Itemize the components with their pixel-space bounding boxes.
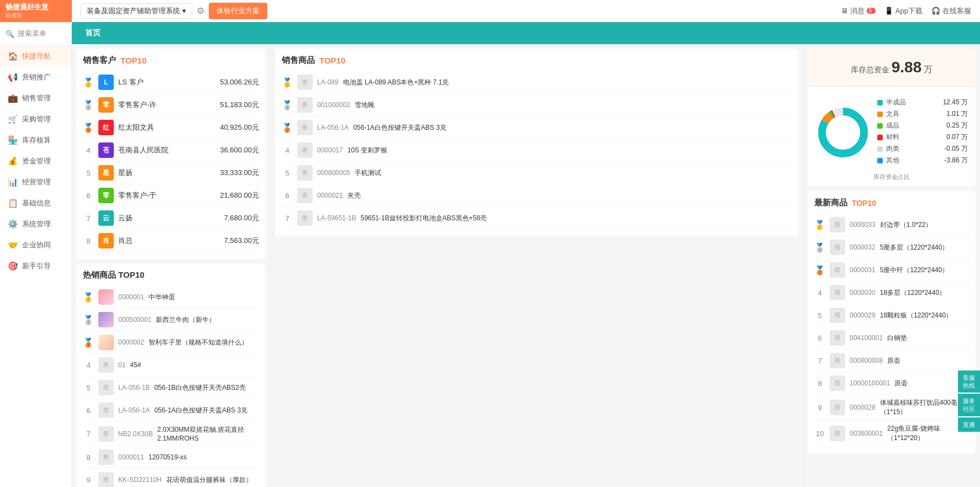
sidebar-label-system: 系统管理 xyxy=(22,219,51,229)
brand-logo: 畅捷通好生意 标准版 xyxy=(0,0,72,22)
new-product-item: 4 图 0000030 18多层（1220*2440） xyxy=(814,282,969,304)
mid-product-item: 🥇 图 LA-089 电池盖 LA-089 ABS本色+黑种 7.1克 xyxy=(282,71,792,94)
float-btn-community[interactable]: 服务 社区 xyxy=(958,394,980,416)
sidebar-item-quick-nav[interactable]: 🏠 快捷导航 xyxy=(0,46,71,67)
content-body: 销售客户TOP10 🥇 L LS 客户 53,006.26元 🥈 零 零售客户-… xyxy=(72,44,980,487)
product-code: 0000001 xyxy=(118,293,144,301)
legend-name: 半成品 xyxy=(886,98,940,107)
new-product-item: 7 图 000800008 原壶 xyxy=(814,350,969,372)
product-name: 新西兰牛肉（新牛） xyxy=(156,315,259,325)
sidebar-label-operation: 经营管理 xyxy=(22,177,51,187)
customer-name: 肖总 xyxy=(118,236,219,246)
product-name: 59651-1B旋转投影灯电池盒ABS黑色+58壳 xyxy=(361,214,792,223)
customer-amount: 51,183.00元 xyxy=(220,100,259,110)
sidebar-label-guide: 新手引导 xyxy=(22,261,51,271)
product-code: LA-59651-1B xyxy=(317,214,356,222)
product-code: 0000021 xyxy=(317,192,343,199)
message-btn[interactable]: 🖥 消息 6 xyxy=(841,6,876,16)
message-badge: 6 xyxy=(867,8,876,14)
product-code: 0000029 xyxy=(850,311,876,319)
customer-rank-item: 8 肖 肖总 7,563.00元 xyxy=(83,230,259,252)
legend-item: 肉类 -0.05 万 xyxy=(877,144,968,153)
sidebar-item-system[interactable]: ⚙️ 系统管理 xyxy=(0,214,71,235)
customer-amount: 53,006.26元 xyxy=(220,77,259,87)
search-icon: 🔍 xyxy=(6,30,14,38)
inventory-chart-label: 库存资金占比 xyxy=(815,173,968,181)
customer-name: 云扬 xyxy=(118,213,219,223)
product-img-placeholder: 图 xyxy=(297,97,313,113)
sidebar-item-enterprise[interactable]: 🤝 企业协同 xyxy=(0,235,71,256)
customer-rank-item: 🥇 L LS 客户 53,006.26元 xyxy=(83,71,259,94)
product-name: 智利车子里（规格不知道填什么） xyxy=(149,338,259,347)
float-btn-live[interactable]: 直播 xyxy=(958,417,980,432)
product-name: 056-1A白色按键开关盖ABS 3克 xyxy=(154,406,259,415)
sidebar-label-purchase: 采购管理 xyxy=(22,114,51,124)
legend-item: 半成品 12.45 万 xyxy=(877,98,968,107)
product-img-placeholder: 图 xyxy=(830,330,845,346)
sidebar-item-sales[interactable]: 💼 销售管理 xyxy=(0,88,71,109)
product-name: 封边带（1.0*22） xyxy=(880,220,969,230)
message-label: 消息 xyxy=(850,6,865,16)
legend-name: 其他 xyxy=(886,156,941,165)
legend-name: 材料 xyxy=(886,133,943,142)
sidebar-item-basic[interactable]: 📋 基础信息 xyxy=(0,193,71,214)
sidebar-item-guide[interactable]: 🎯 新手引导 xyxy=(0,256,71,277)
customer-rank-item: 5 星 星扬 33,333.00元 xyxy=(83,162,259,184)
legend-item: 其他 -3.86 万 xyxy=(877,156,968,165)
sidebar-label-basic: 基础信息 xyxy=(22,198,51,208)
product-code: 0000011 xyxy=(118,453,144,461)
gear-button[interactable]: ⚙ xyxy=(197,6,204,16)
inventory-legend: 半成品 12.45 万 文具 1.01 万 成品 0.25 万 材料 0.07 … xyxy=(877,98,968,167)
customer-rank-item: 4 苍 苍南县人民医院 36,600.00元 xyxy=(83,139,259,162)
system-selector[interactable]: 装备及固定资产辅助管理系统 ▾ xyxy=(81,3,192,19)
product-code: LA-056-1A xyxy=(118,406,150,414)
search-menu-button[interactable]: 🔍 搜索菜单 xyxy=(6,27,66,41)
inventory-header: 库存总资金 9.88 万 xyxy=(808,49,976,87)
tab-home[interactable]: 首页 xyxy=(81,28,105,38)
online-service-btn[interactable]: 🎧 在线客服 xyxy=(931,6,971,16)
legend-dot xyxy=(877,123,883,129)
product-img-placeholder: 图 xyxy=(98,426,114,442)
product-img-placeholder: 图 xyxy=(98,472,114,487)
sidebar-item-marketing[interactable]: 📢 营销推广 xyxy=(0,67,71,88)
hot-product-item: 6 图 LA-056-1A 056-1A白色按键开关盖ABS 3克 xyxy=(83,399,259,422)
sidebar-item-purchase[interactable]: 🛒 采购管理 xyxy=(0,109,71,130)
product-img-placeholder: 图 xyxy=(830,353,845,368)
hot-products-title: 热销商品 TOP10 xyxy=(83,270,259,280)
customer-amount: 21,680.00元 xyxy=(220,190,259,200)
product-code: 0000031 xyxy=(850,266,876,274)
product-img-placeholder: 图 xyxy=(830,240,845,255)
new-products-section: 最新商品 TOP10 🥇 图 0000033 封边带（1.0*22） 🥈 图 0… xyxy=(808,191,976,453)
product-name: 体城嘉枝味苏打饮品400毫升（1*15） xyxy=(880,398,969,417)
sidebar-item-finance[interactable]: 💰 资金管理 xyxy=(0,151,71,172)
product-name: 12070519-xs xyxy=(149,453,259,461)
hot-products-list: 🥇 0000001 中华神蛋 🥈 000500001 新西兰牛肉（新牛） 🥉 0… xyxy=(83,286,259,487)
new-product-item: 🥉 图 0000031 5厘中纤（1220*2440） xyxy=(814,259,969,282)
new-product-item: 6 图 004100001 白钢垫 xyxy=(814,327,969,350)
new-products-title: 最新商品 TOP10 xyxy=(814,198,969,208)
product-code: 000800008 xyxy=(850,357,883,364)
product-name: 22g鱼豆腐-烧烤味（1*12*20） xyxy=(887,424,969,443)
product-name: 花语萌值温分腿裤袜（厚款） xyxy=(166,475,259,485)
customer-name: 星扬 xyxy=(118,168,215,178)
content-nav: 首页 xyxy=(72,22,980,44)
sidebar-item-inventory[interactable]: 🏪 库存核算 xyxy=(0,130,71,151)
sidebar-item-operation[interactable]: 📊 经营管理 xyxy=(0,172,71,193)
mid-product-item: 7 图 LA-59651-1B 59651-1B旋转投影灯电池盒ABS黑色+58… xyxy=(282,207,792,230)
trial-button[interactable]: 体验行业方案 xyxy=(209,3,267,19)
float-btn-service[interactable]: 客服 热线 xyxy=(958,370,980,393)
briefcase-icon: 💼 xyxy=(8,93,18,103)
sidebar-label-marketing: 营销推广 xyxy=(22,72,51,82)
customer-name: 红太阳文具 xyxy=(118,123,215,133)
product-img-placeholder: 图 xyxy=(297,188,313,203)
legend-dot xyxy=(877,100,883,105)
app-download-btn[interactable]: 📱 App下载 xyxy=(884,6,923,16)
product-name: 白钢垫 xyxy=(887,334,969,343)
product-code: 0000017 xyxy=(317,146,343,154)
new-product-item: 5 图 0000029 18颗粒板（1220*2440） xyxy=(814,304,969,327)
mid-products-list: 🥇 图 LA-089 电池盖 LA-089 ABS本色+黑种 7.1克 🥈 图 … xyxy=(282,71,792,230)
customer-avatar: L xyxy=(98,75,114,90)
product-name: 雪地靴 xyxy=(355,100,792,110)
product-code: LA-056-1A xyxy=(317,124,349,131)
product-img-placeholder: 图 xyxy=(830,400,845,415)
